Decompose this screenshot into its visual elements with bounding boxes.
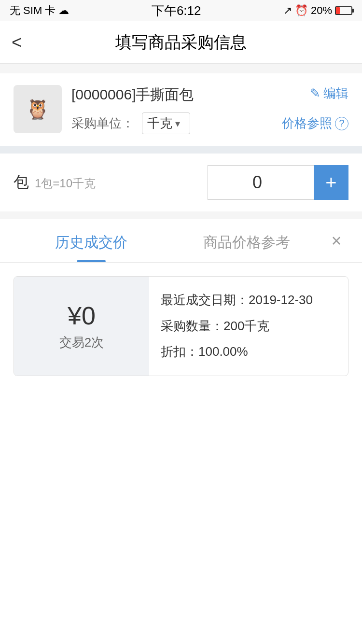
quantity-plus-button[interactable]: + — [314, 165, 348, 200]
status-bar: 无 SIM 卡 ☁ 下午6:12 ↗ ⏰ 20% — [0, 0, 362, 21]
product-info: [0000006]手撕面包 采购单位： 千克 ▾ 价格参照 ? — [71, 85, 348, 134]
tab-close-button[interactable]: × — [324, 229, 348, 253]
bottom-space — [0, 390, 362, 644]
history-price-amount: ¥0 — [68, 301, 96, 330]
page-title: 填写商品采购信息 — [115, 31, 247, 54]
recent-date-row: 最近成交日期：2019-12-30 — [161, 290, 336, 310]
unit-select-dropdown[interactable]: 千克 ▾ — [142, 112, 190, 134]
product-thumbnail: 🦉 — [26, 98, 50, 121]
back-button[interactable]: < — [12, 34, 22, 51]
tab-header: 历史成交价 商品价格参考 × — [0, 219, 362, 263]
history-detail-side: 最近成交日期：2019-12-30 采购数量：200千克 折扣：100.00% — [149, 277, 348, 376]
price-ref-row: 价格参照 ? — [282, 115, 348, 132]
status-time: 下午6:12 — [152, 2, 201, 19]
quantity-row: 包 1包=10千克 + — [0, 154, 362, 211]
tab-history-price[interactable]: 历史成交价 — [14, 219, 169, 262]
unit-value: 千克 — [147, 115, 172, 132]
purchase-quantity-row: 采购数量：200千克 — [161, 316, 336, 336]
edit-icon: ✎ — [310, 86, 320, 101]
edit-button[interactable]: ✎ 编辑 — [310, 85, 348, 102]
quantity-detail-label: 采购数量： — [161, 319, 223, 333]
product-card: 🦉 [0000006]手撕面包 采购单位： 千克 ▾ 价格参照 ? ✎ 编辑 — [0, 73, 362, 146]
recent-date-value: 2019-12-30 — [249, 293, 313, 307]
currency-symbol: ¥ — [68, 302, 82, 330]
nav-bar: < 填写商品采购信息 — [0, 21, 362, 64]
quantity-label-group: 包 1包=10千克 — [14, 172, 96, 193]
tab-product-price-ref[interactable]: 商品价格参考 — [169, 219, 324, 262]
recent-date-label: 最近成交日期： — [161, 293, 249, 307]
quantity-unit: 包 — [14, 172, 29, 193]
discount-row: 折扣：100.00% — [161, 342, 336, 362]
alarm-icon: ⏰ — [295, 4, 308, 17]
battery-icon — [335, 6, 352, 15]
battery-percent: 20% — [311, 4, 332, 17]
edit-label: 编辑 — [323, 85, 348, 102]
price-ref-label: 价格参照 — [282, 115, 332, 132]
quantity-sub-label: 1包=10千克 — [35, 176, 96, 191]
history-card: ¥0 交易2次 最近成交日期：2019-12-30 采购数量：200千克 折扣：… — [14, 276, 348, 376]
question-icon: ? — [335, 117, 348, 130]
status-right: ↗ ⏰ 20% — [283, 4, 352, 17]
dropdown-arrow-icon: ▾ — [175, 118, 180, 129]
price-value: 0 — [82, 302, 96, 330]
quantity-input-group: + — [208, 165, 348, 200]
tab-panel: 历史成交价 商品价格参考 × ¥0 交易2次 最近成交日期：2019-12-30… — [0, 219, 362, 390]
status-left: 无 SIM 卡 ☁ — [10, 3, 69, 18]
product-unit-row: 采购单位： 千克 ▾ — [71, 112, 190, 134]
section-divider — [0, 146, 362, 154]
quantity-input[interactable] — [208, 165, 314, 200]
product-name: [0000006]手撕面包 — [71, 85, 348, 105]
transaction-count: 交易2次 — [59, 334, 104, 351]
price-ref-button[interactable]: 价格参照 ? — [282, 115, 348, 132]
quantity-detail-value: 200千克 — [223, 319, 269, 333]
unit-label: 采购单位： — [71, 115, 134, 132]
discount-label: 折扣： — [161, 344, 198, 359]
product-image: 🦉 — [14, 85, 62, 133]
location-icon: ↗ — [283, 4, 292, 17]
history-price-side: ¥0 交易2次 — [14, 277, 149, 376]
signal-text: 无 SIM 卡 ☁ — [10, 3, 69, 18]
discount-value: 100.00% — [198, 344, 248, 359]
history-content: ¥0 交易2次 最近成交日期：2019-12-30 采购数量：200千克 折扣：… — [0, 263, 362, 390]
